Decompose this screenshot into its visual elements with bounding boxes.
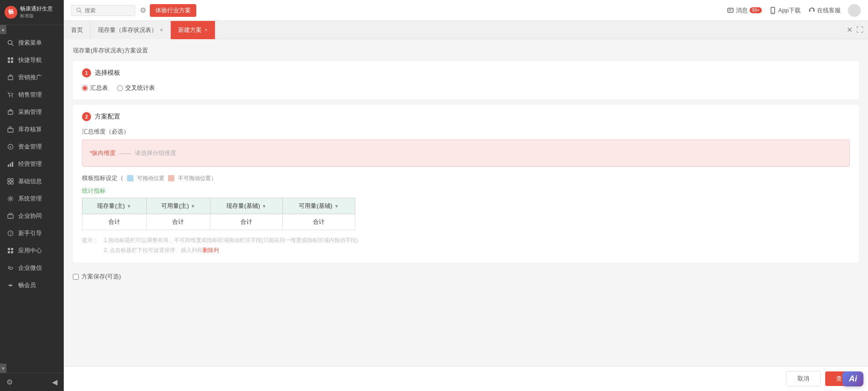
svg-text:¥: ¥	[10, 145, 11, 149]
messages-btn[interactable]: 消息 99+	[727, 6, 762, 15]
app-download-btn[interactable]: App下载	[769, 6, 801, 15]
page-content: 现存量(库存状况表)方案设置 1 选择模板 汇总表 交叉统计表 2	[64, 39, 868, 366]
cancel-button[interactable]: 取消	[786, 371, 821, 386]
sidebar-item-app-center[interactable]: 应用中心	[0, 242, 64, 259]
col-header-0[interactable]: 现存量(主) ▼	[82, 198, 147, 214]
sidebar-item-purchase[interactable]: 采购管理	[0, 103, 64, 121]
save-checkbox[interactable]	[73, 274, 79, 280]
col-dropdown-3[interactable]: 可用量(基辅) ▼	[299, 202, 339, 210]
dim-required-text: *纵向维度	[90, 149, 116, 157]
sidebar-item-vip[interactable]: 畅会员	[0, 277, 64, 294]
topbar: ⚙ 体验行业方案 消息 99+ App下载 在线客服	[64, 0, 868, 21]
sidebar-collapse-icon[interactable]: ◀	[52, 378, 57, 386]
tab-new-plan-close[interactable]: ×	[204, 27, 208, 33]
sidebar-item-system[interactable]: 系统管理	[0, 190, 64, 207]
search-input[interactable]	[85, 7, 130, 14]
radio-summary-input[interactable]	[82, 85, 88, 91]
radio-summary[interactable]: 汇总表	[82, 84, 108, 92]
sidebar-item-inventory[interactable]: 库存核算	[0, 121, 64, 138]
search-icon	[76, 7, 82, 13]
tab-home[interactable]: 首页	[64, 21, 91, 39]
col-arrow-2: ▼	[262, 204, 266, 209]
app-center-icon	[6, 247, 15, 255]
message-icon	[727, 7, 734, 14]
purchase-icon	[6, 108, 15, 116]
radio-cross-input[interactable]	[117, 85, 123, 91]
col-header-2[interactable]: 现存量(基辅) ▼	[210, 198, 283, 214]
svg-text:?: ?	[10, 232, 12, 235]
headset-icon	[808, 7, 815, 14]
svg-rect-14	[10, 163, 11, 167]
sidebar-item-cooperation[interactable]: 企业协同	[0, 207, 64, 225]
search-box[interactable]	[71, 5, 135, 16]
col-label-3: 可用量(基辅)	[299, 202, 332, 210]
logo-icon: 畅	[5, 6, 17, 19]
quick-nav-icon	[6, 56, 15, 64]
sidebar-item-marketing[interactable]: 营销推广	[0, 69, 64, 86]
col-dropdown-2[interactable]: 现存量(基辅) ▼	[226, 202, 266, 210]
enterprise-wechat-icon	[6, 264, 15, 272]
sidebar-item-label: 资金管理	[18, 143, 42, 151]
sidebar-settings-icon[interactable]: ⚙	[6, 378, 13, 386]
svg-rect-10	[8, 129, 13, 132]
online-service-label: 在线客服	[817, 6, 841, 15]
tab-inventory-close[interactable]: ×	[160, 27, 163, 33]
radio-cross[interactable]: 交叉统计表	[117, 84, 155, 92]
app-name: 畅康通好生意	[20, 5, 53, 13]
cell-0-0: 合计	[82, 214, 147, 230]
vip-icon	[6, 281, 15, 289]
svg-rect-5	[11, 61, 13, 63]
svg-rect-21	[8, 215, 13, 218]
tab-new-plan[interactable]: 新建方案 ×	[171, 21, 215, 39]
base-info-icon	[6, 177, 15, 185]
col-dropdown-1[interactable]: 可用量(主) ▼	[161, 202, 195, 210]
cell-0-2: 合计	[210, 214, 283, 230]
app-edition: 标准版	[20, 13, 53, 19]
main-content: ⚙ 体验行业方案 消息 99+ App下载 在线客服 首页 现存量（	[64, 0, 868, 391]
user-avatar[interactable]	[848, 4, 861, 17]
sidebar-item-new-guide[interactable]: ? 新手引导	[0, 225, 64, 242]
dimension-area: *纵向维度 —— 请选择分组维度	[82, 139, 850, 167]
ai-badge[interactable]: Ai	[842, 371, 863, 386]
sidebar-item-operations[interactable]: 经营管理	[0, 155, 64, 173]
maximize-window-btn[interactable]: ⛶	[856, 26, 863, 34]
online-service-btn[interactable]: 在线客服	[808, 6, 841, 15]
sidebar-scroll-down[interactable]: ▼	[0, 364, 6, 373]
indicator-label: 模板指标设定（ 可拖动位置 不可拖动位置）	[82, 174, 850, 182]
sidebar-item-label: 经营管理	[18, 160, 42, 168]
col-label-1: 可用量(主)	[161, 202, 189, 210]
sidebar-item-search-menu[interactable]: 搜索菜单	[0, 34, 64, 51]
cell-0-3: 合计	[283, 214, 355, 230]
svg-point-8	[12, 96, 13, 97]
sidebar-item-label: 搜索菜单	[18, 39, 42, 47]
svg-point-7	[9, 96, 10, 97]
sidebar-item-base-info[interactable]: 基础信息	[0, 173, 64, 190]
messages-label: 消息	[736, 6, 748, 15]
save-row: 方案保存(可选)	[73, 268, 859, 285]
sidebar-item-finance[interactable]: ¥ 资金管理	[0, 138, 64, 155]
dim-placeholder[interactable]: 请选择分组维度	[135, 149, 176, 157]
step1-header: 1 选择模板	[82, 68, 850, 77]
settings-icon[interactable]: ⚙	[140, 6, 146, 15]
sales-icon	[6, 91, 15, 99]
close-window-btn[interactable]: ✕	[847, 26, 853, 34]
svg-rect-3	[11, 57, 13, 60]
section-step2: 2 方案配置 汇总维度（必选） *纵向维度 —— 请选择分组维度 模板指标设定（…	[73, 105, 859, 262]
svg-rect-27	[11, 251, 13, 253]
col-header-1[interactable]: 可用量(主) ▼	[146, 198, 210, 214]
col-dropdown-0[interactable]: 现存量(主) ▼	[97, 202, 131, 210]
industry-plan-button[interactable]: 体验行业方案	[150, 4, 196, 17]
sidebar-item-quick-nav[interactable]: 快捷导航	[0, 51, 64, 69]
sidebar-item-label: 库存核算	[18, 125, 42, 134]
step2-header: 2 方案配置	[82, 112, 850, 121]
tab-inventory-status[interactable]: 现存量（库存状况表） ×	[91, 21, 171, 39]
sidebar-item-sales[interactable]: 销售管理	[0, 86, 64, 103]
sidebar-item-label: 采购管理	[18, 108, 42, 116]
sidebar-scroll-up[interactable]: ▲	[0, 25, 6, 34]
col-header-3[interactable]: 可用量(基辅) ▼	[283, 198, 355, 214]
col-arrow-0: ▼	[127, 204, 131, 209]
svg-rect-4	[8, 61, 10, 63]
sidebar-item-enterprise-wechat[interactable]: 企业微信	[0, 259, 64, 277]
sidebar-item-label: 系统管理	[18, 195, 42, 203]
svg-rect-16	[8, 179, 10, 181]
